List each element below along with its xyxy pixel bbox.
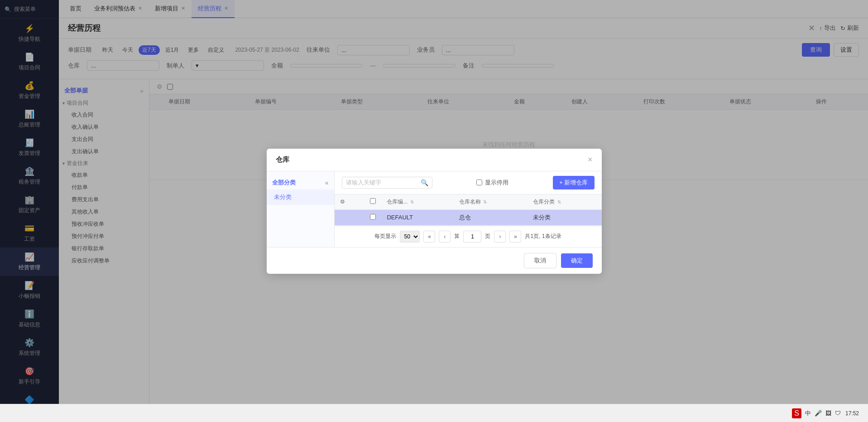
modal-table-area: ⚙ 仓库编... ⇅ 仓库名称 ⇅ [335, 194, 602, 226]
taskbar-s-icon: S [792, 408, 801, 418]
modal-select-all[interactable] [370, 198, 376, 204]
modal-th-code: 仓库编... ⇅ [381, 194, 453, 210]
sort-icon-category: ⇅ [557, 199, 561, 204]
sort-icon-name: ⇅ [483, 199, 487, 204]
modal-left-header: 全部分类 « [267, 176, 334, 189]
row-checkbox[interactable] [364, 209, 381, 225]
modal-footer: 取消 确定 [267, 247, 602, 274]
confirm-button[interactable]: 确定 [561, 253, 593, 268]
taskbar-time: 17:52 [841, 410, 863, 417]
modal-table: ⚙ 仓库编... ⇅ 仓库名称 ⇅ [335, 194, 602, 226]
modal-page-label: 算 [454, 233, 460, 240]
show-disabled-label[interactable]: 显示停用 [476, 179, 508, 187]
warehouse-modal: 仓库 × 全部分类 « 未分类 🔍 [267, 149, 602, 274]
modal-search-box[interactable]: 🔍 [342, 177, 432, 189]
taskbar-icon-4: 🛡 [835, 410, 841, 417]
modal-body: 全部分类 « 未分类 🔍 显示停用 + 新增仓库 [267, 171, 602, 247]
modal-prev-page-btn[interactable]: ‹ [439, 231, 451, 243]
taskbar-icon-2: 🎤 [815, 410, 822, 417]
modal-table-row[interactable]: DEFAULT 总仓 未分类 [335, 209, 602, 225]
modal-search-icon: 🔍 [421, 179, 428, 186]
add-warehouse-button[interactable]: + 新增仓库 [553, 176, 594, 189]
modal-uncategorized[interactable]: 未分类 [267, 189, 334, 205]
row-name: 总仓 [454, 209, 528, 225]
modal-last-page-btn[interactable]: » [509, 231, 521, 243]
cancel-button[interactable]: 取消 [524, 253, 556, 268]
row-check-1[interactable] [370, 214, 376, 220]
modal-collapse-icon[interactable]: « [325, 179, 329, 186]
modal-toolbar: 🔍 显示停用 + 新增仓库 [335, 171, 602, 194]
modal-first-page-btn[interactable]: « [423, 231, 435, 243]
sort-icon-code: ⇅ [410, 199, 414, 204]
modal-title: 仓库 [276, 155, 289, 164]
modal-th-name-label: 仓库名称 [459, 199, 481, 205]
modal-right-panel: 🔍 显示停用 + 新增仓库 ⚙ [335, 171, 602, 247]
modal-all-label[interactable]: 全部分类 [272, 179, 296, 187]
modal-pagination: 每页显示 50 « ‹ 算 页 › » 共1页, 1条记录 [335, 226, 602, 247]
modal-th-settings: ⚙ [335, 194, 365, 210]
modal-header: 仓库 × [267, 149, 602, 171]
modal-total-text: 共1页, 1条记录 [525, 233, 561, 240]
modal-search-input[interactable] [346, 179, 418, 186]
taskbar-icon-3: 🖼 [825, 410, 831, 417]
modal-th-code-label: 仓库编... [387, 199, 408, 205]
modal-th-category: 仓库分类 ⇅ [528, 194, 601, 210]
modal-page-input[interactable] [463, 231, 481, 243]
modal-page-size-select[interactable]: 50 [400, 231, 420, 243]
modal-overlay: 仓库 × 全部分类 « 未分类 🔍 [0, 0, 868, 422]
modal-next-page-btn[interactable]: › [494, 231, 506, 243]
modal-th-category-label: 仓库分类 [533, 199, 555, 205]
taskbar-icons: S 中 🎤 🖼 🛡 [792, 408, 841, 418]
modal-page-unit: 页 [485, 233, 490, 240]
row-settings [335, 209, 365, 225]
row-category: 未分类 [528, 209, 601, 225]
row-code: DEFAULT [381, 209, 453, 225]
modal-th-select [364, 194, 381, 210]
taskbar: S 中 🎤 🖼 🛡 17:52 [0, 404, 868, 422]
show-disabled-checkbox[interactable] [476, 179, 482, 185]
modal-left-panel: 全部分类 « 未分类 [267, 171, 335, 247]
modal-close-button[interactable]: × [588, 155, 593, 165]
modal-per-page-label: 每页显示 [374, 233, 396, 240]
modal-th-name: 仓库名称 ⇅ [454, 194, 528, 210]
taskbar-icon-1: 中 [805, 409, 811, 417]
